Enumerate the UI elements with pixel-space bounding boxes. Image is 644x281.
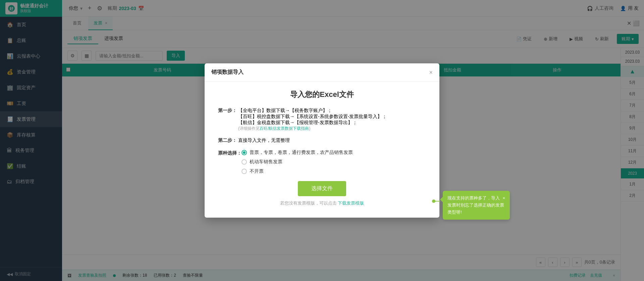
modal-body: 导入您的Excel文件 第一步： 【全电平台】数据下载→【税务数字账户】； 【百…: [205, 81, 439, 218]
modal-close-btn[interactable]: ×: [429, 69, 433, 75]
step1-label: 第一步：: [218, 108, 238, 126]
step1-line2: 【百旺】税控盘数据下载→【系统设置-系统参数设置-发票批量导入】；: [238, 114, 387, 120]
select-file-btn[interactable]: 选择文件: [298, 181, 346, 196]
step2-label: 第二步：: [218, 137, 238, 144]
tooltip-dot-line: [435, 201, 440, 202]
modal-main-title: 导入您的Excel文件: [218, 90, 426, 100]
modal-header: 销项数据导入 ×: [205, 63, 439, 81]
import-modal: 销项数据导入 × 导入您的Excel文件 第一步： 【全电平台】数据下载→【税务…: [205, 63, 439, 218]
modal-footer: 若您没有发票模版，可以点击 下载发票模版: [218, 196, 426, 208]
footer-prefix: 若您没有发票模版，可以点击: [280, 201, 337, 206]
radio-label-1: 普票，专票，卷票，通行费发票，农产品销售发票: [250, 150, 353, 156]
radio-label-3: 不开票: [250, 168, 264, 174]
step2: 第二步： 直接导入文件，无需整理: [218, 137, 426, 144]
step2-content: 直接导入文件，无需整理: [238, 137, 290, 144]
tooltip-text: 现在支持的票种多了，导入发票时别忘了选择正确的发票类型呀!: [447, 195, 504, 215]
radio-circle-3: [241, 169, 247, 174]
step1-line3: 【航信】金税盘数据下载→【报税管理-发票数据导出】；: [238, 120, 387, 126]
modal-overlay: 销项数据导入 × 导入您的Excel文件 第一步： 【全电平台】数据下载→【税务…: [0, 0, 644, 281]
radio-circle-2: [241, 159, 247, 165]
ticket-label: 票种选择：: [218, 150, 241, 156]
step1-line1: 【全电平台】数据下载→【税务数字账户】；: [238, 108, 387, 114]
radio-circle-1: [241, 150, 247, 155]
radio-label-2: 机动车销售发票: [250, 159, 282, 165]
step1-hint: (详细操作见百旺/航信发票数据下载指南): [238, 126, 426, 131]
radio-group: 普票，专票，卷票，通行费发票，农产品销售发票 机动车销售发票 不开票: [241, 150, 353, 174]
download-template-link[interactable]: 下载发票模版: [338, 201, 364, 206]
modal-title: 销项数据导入: [211, 69, 244, 76]
radio-item-3[interactable]: 不开票: [241, 168, 353, 174]
radio-item-2[interactable]: 机动车销售发票: [241, 159, 353, 165]
ticket-select: 票种选择： 普票，专票，卷票，通行费发票，农产品销售发票 机动车销售发票: [218, 150, 426, 174]
tooltip-close-btn[interactable]: ×: [502, 195, 505, 202]
guide-link[interactable]: 百旺/航信发票数据下载指南: [260, 126, 309, 131]
step1: 第一步： 【全电平台】数据下载→【税务数字账户】； 【百旺】税控盘数据下载→【系…: [218, 108, 426, 131]
radio-item-1[interactable]: 普票，专票，卷票，通行费发票，农产品销售发票: [241, 150, 353, 156]
tooltip-bubble: × 现在支持的票种多了，导入发票时别忘了选择正确的发票类型呀!: [443, 191, 510, 220]
